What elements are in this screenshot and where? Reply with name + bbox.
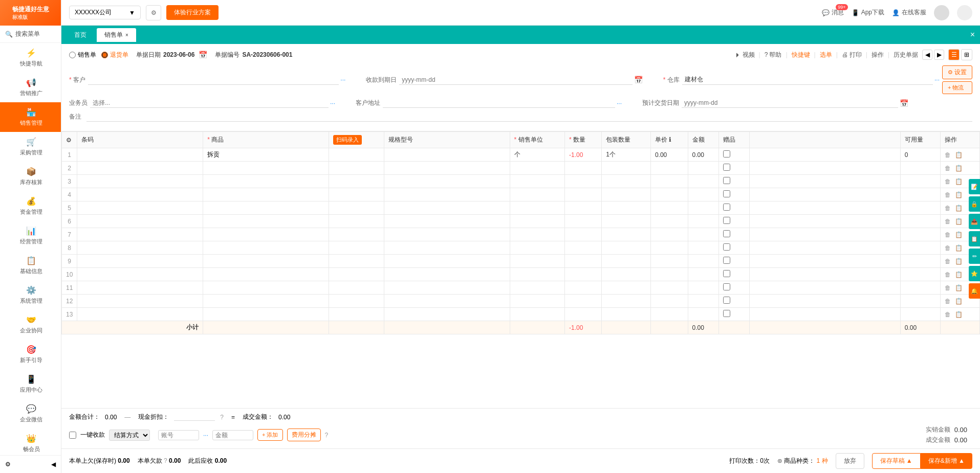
gift-checkbox[interactable] — [723, 243, 730, 251]
sidebar-item-purchase[interactable]: 🛒采购管理 — [0, 132, 61, 162]
tab-sales[interactable]: 销售单 × — [97, 28, 136, 42]
row-spec[interactable] — [384, 162, 510, 175]
company-select[interactable]: XXXXXX公司 ▼ — [69, 6, 141, 19]
row-delete-icon[interactable]: 🗑 — [945, 258, 951, 265]
rpb-5[interactable]: ✏ — [969, 249, 980, 264]
customer-input[interactable] — [88, 75, 339, 85]
video-btn[interactable]: ⏵ 视频 — [735, 51, 755, 59]
spec-input[interactable] — [388, 218, 506, 225]
row-quantity[interactable] — [565, 281, 602, 295]
remark-input[interactable] — [86, 112, 972, 122]
row-quantity[interactable] — [565, 308, 602, 321]
radio-sales-input[interactable] — [69, 52, 76, 58]
barcode-input[interactable] — [81, 311, 199, 318]
draft-dropdown-icon[interactable]: ▲ — [906, 457, 912, 464]
spec-input[interactable] — [388, 271, 506, 278]
select-btn[interactable]: 选单 — [820, 51, 832, 59]
row-spec[interactable] — [384, 308, 510, 321]
prev-arrow[interactable]: ◀ — [922, 50, 932, 60]
settings-side-btn[interactable]: ⚙ 设置 — [942, 65, 972, 79]
product-input[interactable] — [207, 271, 324, 278]
row-spec[interactable] — [384, 241, 510, 255]
fee-split-btn[interactable]: 费用分摊 — [287, 429, 321, 441]
salesman-ellipsis[interactable]: ··· — [330, 100, 335, 107]
row-spec[interactable] — [384, 228, 510, 241]
product-input[interactable] — [207, 231, 324, 238]
product-input[interactable] — [207, 165, 324, 172]
row-spec[interactable] — [384, 281, 510, 295]
row-copy-icon[interactable]: 📋 — [955, 191, 963, 198]
list-view-icon[interactable]: ☰ — [948, 49, 960, 60]
spec-input[interactable] — [388, 258, 506, 265]
salesman-input[interactable] — [90, 98, 329, 108]
row-copy-icon[interactable]: 📋 — [955, 178, 963, 185]
row-barcode[interactable] — [77, 162, 203, 175]
online-service[interactable]: 👤 在线客服 — [892, 8, 926, 17]
avatar[interactable] — [934, 5, 949, 20]
row-quantity[interactable]: -1.00 — [565, 148, 602, 162]
product-input[interactable] — [207, 151, 324, 159]
settings-button[interactable]: ⚙ — [146, 5, 161, 20]
row-barcode[interactable] — [77, 281, 203, 295]
print-btn[interactable]: 🖨 打印 — [842, 51, 862, 59]
shortcut-btn[interactable]: 快捷键 — [792, 51, 810, 59]
tab-close-icon[interactable]: × — [125, 32, 128, 38]
save-draft-button[interactable]: 保存草稿 ▲ — [872, 453, 921, 469]
barcode-input[interactable] — [81, 284, 199, 291]
row-product[interactable] — [203, 295, 329, 308]
sidebar-item-basic[interactable]: 📋基础信息 — [0, 251, 61, 280]
product-input[interactable] — [207, 258, 324, 265]
row-barcode[interactable] — [77, 308, 203, 321]
warehouse-input[interactable] — [682, 75, 933, 85]
row-copy-icon[interactable]: 📋 — [955, 165, 963, 172]
product-input[interactable] — [207, 191, 324, 198]
product-input[interactable] — [207, 178, 324, 185]
sidebar-item-appstore[interactable]: 📱应用中心 — [0, 369, 61, 399]
row-quantity[interactable] — [565, 241, 602, 255]
row-product[interactable] — [203, 215, 329, 228]
gift-checkbox[interactable] — [723, 297, 730, 304]
trial-button[interactable]: 体验行业方案 — [166, 5, 219, 20]
row-product[interactable] — [203, 281, 329, 295]
row-delete-icon[interactable]: 🗑 — [945, 218, 951, 225]
row-barcode[interactable] — [77, 201, 203, 215]
row-delete-icon[interactable]: 🗑 — [945, 244, 951, 252]
row-copy-icon[interactable]: 📋 — [955, 205, 963, 212]
row-copy-icon[interactable]: 📋 — [955, 151, 963, 159]
gift-checkbox[interactable] — [723, 270, 730, 277]
product-input[interactable] — [207, 205, 324, 212]
account-input[interactable] — [158, 430, 199, 440]
row-copy-icon[interactable]: 📋 — [955, 284, 963, 291]
settings-icon[interactable]: ⚙ — [5, 461, 11, 468]
rpb-3[interactable]: 📤 — [969, 214, 980, 229]
row-product[interactable] — [203, 188, 329, 201]
radio-return[interactable]: 退货单 — [101, 51, 128, 59]
discount-input[interactable] — [174, 413, 215, 421]
sidebar-item-marketing[interactable]: 📢营销推广 — [0, 73, 61, 102]
barcode-input[interactable] — [81, 244, 199, 252]
expected-date-input[interactable] — [682, 98, 898, 108]
sidebar-item-sales[interactable]: 🏪销售管理 — [0, 102, 61, 132]
row-spec[interactable] — [384, 201, 510, 215]
due-date-input[interactable] — [399, 75, 632, 85]
row-quantity[interactable] — [565, 255, 602, 268]
barcode-input[interactable] — [81, 205, 199, 212]
sidebar-item-finance[interactable]: 💰资金管理 — [0, 191, 61, 221]
row-delete-icon[interactable]: 🗑 — [945, 191, 951, 198]
avatar2[interactable] — [957, 5, 972, 20]
barcode-input[interactable] — [81, 258, 199, 265]
sidebar-item-guide[interactable]: 🎯新手引导 — [0, 340, 61, 369]
gift-checkbox[interactable] — [723, 283, 730, 290]
sidebar-item-wechat[interactable]: 💬企业微信 — [0, 399, 61, 429]
spec-input[interactable] — [388, 165, 506, 172]
spec-input[interactable] — [388, 151, 506, 159]
barcode-input[interactable] — [81, 178, 199, 185]
row-quantity[interactable] — [565, 295, 602, 308]
barcode-input[interactable] — [81, 218, 199, 225]
row-barcode[interactable] — [77, 228, 203, 241]
row-copy-icon[interactable]: 📋 — [955, 218, 963, 225]
row-delete-icon[interactable]: 🗑 — [945, 151, 951, 159]
row-barcode[interactable] — [77, 295, 203, 308]
row-delete-icon[interactable]: 🗑 — [945, 284, 951, 291]
sidebar-item-system[interactable]: ⚙️系统管理 — [0, 280, 61, 310]
